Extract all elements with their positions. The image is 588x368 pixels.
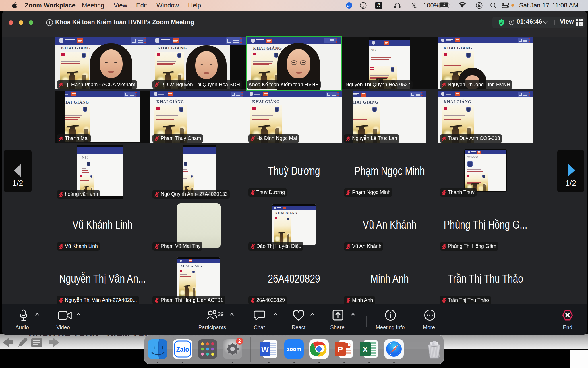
- svg-text:zoom: zoom: [287, 346, 301, 352]
- svg-text:X: X: [363, 345, 368, 354]
- svg-text:i: i: [49, 20, 50, 25]
- svg-text:Zalo: Zalo: [176, 346, 189, 353]
- svg-text:P: P: [338, 345, 343, 354]
- svg-text:W: W: [261, 345, 269, 354]
